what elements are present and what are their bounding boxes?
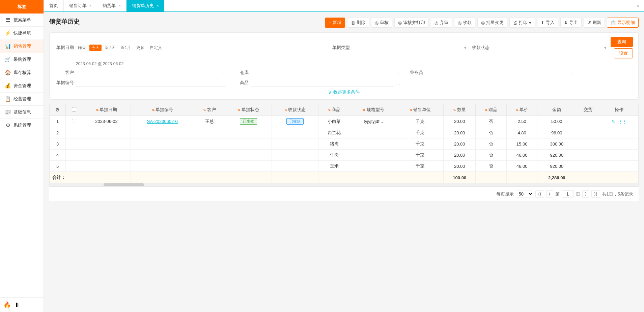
filter-warehouse-input[interactable] — [251, 69, 394, 76]
show-detail-button[interactable]: 📋 显示明细 — [607, 18, 639, 28]
filter-goods-input[interactable] — [251, 79, 394, 86]
col-qty: 20.00 — [444, 127, 476, 138]
query-button[interactable]: 查询 — [611, 37, 633, 47]
col-qty: 20.00 — [444, 116, 476, 127]
window-close-btn[interactable]: × — [632, 3, 644, 8]
date-chip-custom[interactable]: 自定义 — [148, 45, 164, 51]
filter-panel: 单据日期 昨天 今天 近7天 近1月 更多 自定义 单据类型 ▾ — [49, 32, 639, 100]
th-gift: ⇅ 赠品 — [476, 104, 506, 116]
per-page-select[interactable]: 50 20 100 — [516, 190, 533, 198]
warehouse-select-icon[interactable]: ... — [396, 70, 400, 76]
refresh-button[interactable]: ↺ 刷新 — [584, 18, 605, 28]
scrollbar-thumb[interactable] — [104, 183, 144, 186]
col-price: 46.00 — [506, 161, 537, 172]
tab-sales-goods[interactable]: 销货单 × — [97, 0, 126, 11]
tab-sales-order-close[interactable]: × — [89, 4, 91, 8]
audit-button[interactable]: ◎ 审核 — [371, 18, 392, 28]
sidebar-item-sys-mgmt[interactable]: ⚙ 系统管理 — [0, 119, 44, 132]
tab-sales-history[interactable]: 销货单历史 × — [127, 0, 164, 11]
filter-doc-type-input[interactable] — [352, 44, 463, 51]
tab-home-label: 首页 — [49, 3, 58, 9]
sort-customer-icon[interactable]: ⇅ — [203, 108, 206, 112]
sidebar-item-quick-nav[interactable]: ⚡ 快捷导航 — [0, 27, 44, 40]
sidebar-item-operations[interactable]: 📋 经营管理 — [0, 93, 44, 106]
sort-spec-icon[interactable]: ⇅ — [363, 108, 365, 112]
doc-type-dropdown-icon[interactable]: ▾ — [464, 45, 467, 50]
finance-icon: 💰 — [5, 83, 11, 89]
batch-change-button[interactable]: ◎ 批量变更 — [477, 18, 507, 28]
filter-date-label: 单据日期 — [55, 45, 74, 51]
date-chip-more[interactable]: 更多 — [134, 45, 146, 51]
page-number-input[interactable] — [562, 190, 574, 198]
filter-salesperson-input[interactable] — [425, 69, 568, 76]
setting-button[interactable]: 设置 — [614, 48, 633, 58]
col-checkbox[interactable] — [66, 161, 82, 172]
sort-qty-icon[interactable]: ⇅ — [453, 108, 456, 112]
add-button[interactable]: + 新增 — [325, 18, 345, 28]
salesperson-select-icon[interactable]: ... — [570, 70, 575, 76]
col-checkbox[interactable] — [66, 127, 82, 138]
th-checkbox[interactable] — [66, 104, 82, 116]
collect-button[interactable]: ◎ 收款 — [454, 18, 475, 28]
sidebar-item-search-menu[interactable]: ☰ 搜索菜单 — [0, 14, 44, 27]
sidebar-item-finance[interactable]: 💰 资金管理 — [0, 79, 44, 93]
doc-no-link[interactable]: SA-20230602-0 — [147, 119, 178, 124]
next-page-btn[interactable]: ⟩ — [582, 190, 589, 198]
more-action-btn[interactable]: ⋮⋮ — [617, 119, 627, 124]
tab-sales-goods-close[interactable]: × — [118, 4, 120, 8]
col-checkbox[interactable] — [66, 116, 82, 127]
col-docno[interactable]: SA-20230602-0 — [131, 116, 194, 127]
edit-action-btn[interactable]: ✎ — [611, 119, 616, 124]
date-chip-last7days[interactable]: 近7天 — [103, 45, 117, 51]
sort-unit-icon[interactable]: ⇅ — [410, 108, 412, 112]
filter-pay-status-input[interactable] — [492, 44, 602, 51]
import-button[interactable]: ⬆ 导入 — [537, 18, 558, 28]
col-pay-status — [272, 138, 318, 150]
row-checkbox[interactable] — [72, 119, 76, 123]
export-button[interactable]: ⬇ 导出 — [560, 18, 582, 28]
th-gear[interactable]: ⚙ — [50, 104, 66, 116]
tab-home[interactable]: 首页 — [44, 0, 64, 11]
delete-button[interactable]: 🗑 删除 — [347, 18, 369, 28]
select-all-checkbox[interactable] — [72, 107, 76, 111]
sidebar-item-sales-mgmt[interactable]: 📊 销售管理 — [0, 40, 44, 53]
status-badge: 已收款 — [286, 118, 304, 125]
customer-select-icon[interactable]: ... — [221, 70, 225, 76]
sidebar-item-inventory[interactable]: 🏠 库存核算 — [0, 66, 44, 79]
sort-doc-status-icon[interactable]: ⇅ — [237, 108, 240, 112]
sort-docno-icon[interactable]: ⇅ — [152, 108, 155, 112]
collapse-button[interactable]: ∧ 收起更多条件 — [55, 89, 633, 95]
sidebar-item-purchase-mgmt[interactable]: 🛒 采购管理 — [0, 53, 44, 66]
date-chip-last1month[interactable]: 近1月 — [119, 45, 133, 51]
summary-empty-8 — [397, 172, 443, 183]
goods-select-icon[interactable]: ... — [396, 80, 400, 86]
col-checkbox[interactable] — [66, 138, 82, 150]
filter-customer-item: 客户 ... — [55, 69, 226, 76]
date-chip-today[interactable]: 今天 — [89, 45, 102, 51]
prev-page-btn[interactable]: ⟨ — [546, 190, 553, 198]
filter-docno-input[interactable] — [76, 79, 226, 86]
filter-customer-input[interactable] — [76, 69, 219, 76]
col-price: 4.80 — [506, 127, 537, 138]
sidebar-pause-icon[interactable]: ⏸ — [14, 302, 20, 309]
filter-docno-label: 单据编号 — [55, 80, 74, 86]
sort-goods-icon[interactable]: ⇅ — [328, 108, 331, 112]
first-page-btn[interactable]: ⟨⟨ — [535, 190, 544, 198]
sidebar-fire-icon[interactable]: 🔥 — [3, 301, 11, 309]
sort-gift-icon[interactable]: ⇅ — [485, 108, 487, 112]
tab-sales-order[interactable]: 销售订单 × — [64, 0, 97, 11]
print-button[interactable]: 🖨 打印 ▾ — [509, 18, 535, 28]
abandon-button[interactable]: ◎ 弃审 — [431, 18, 452, 28]
pay-status-dropdown-icon[interactable]: ▾ — [604, 45, 607, 50]
tab-sales-history-close[interactable]: × — [157, 4, 159, 8]
date-chip-yesterday[interactable]: 昨天 — [76, 45, 88, 51]
sort-price-icon[interactable]: ⇅ — [515, 108, 518, 112]
last-page-btn[interactable]: ⟩⟩ — [591, 190, 600, 198]
sidebar-item-base-info[interactable]: 📰 基础信息 — [0, 106, 44, 119]
col-checkbox[interactable] — [66, 150, 82, 161]
horizontal-scrollbar[interactable] — [50, 183, 638, 186]
col-price: 2.50 — [506, 116, 537, 127]
sort-date-icon[interactable]: ⇅ — [96, 108, 99, 112]
sort-pay-status-icon[interactable]: ⇅ — [284, 108, 287, 112]
audit-print-button[interactable]: ◎ 审核并打印 — [394, 18, 429, 28]
